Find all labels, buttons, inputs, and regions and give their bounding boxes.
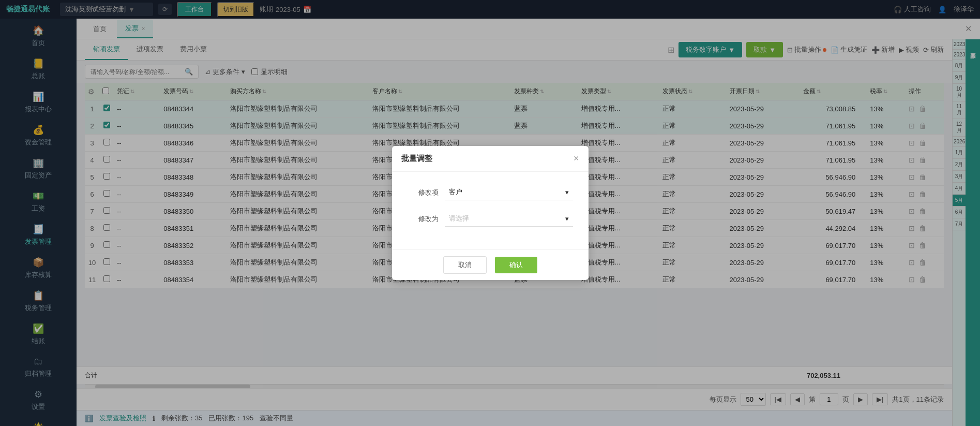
- modify-field-value: 客户: [449, 187, 462, 197]
- chevron-down-icon: ▾: [565, 188, 569, 196]
- modify-to-select[interactable]: 请选择 ▾: [445, 211, 573, 227]
- batch-adjust-modal: 批量调整 × 修改项 客户 ▾ 修改为 请选择 ▾ 取消 确认: [392, 146, 589, 280]
- modal-close-btn[interactable]: ×: [574, 153, 579, 164]
- modal-body: 修改项 客户 ▾ 修改为 请选择 ▾: [392, 172, 589, 249]
- modify-to-placeholder: 请选择: [449, 214, 469, 223]
- modal-cancel-btn[interactable]: 取消: [443, 256, 487, 274]
- modal-confirm-btn[interactable]: 确认: [495, 257, 537, 273]
- modal-title: 批量调整: [401, 154, 432, 164]
- modal-header: 批量调整 ×: [392, 146, 589, 172]
- modal-overlay[interactable]: 批量调整 × 修改项 客户 ▾ 修改为 请选择 ▾ 取消 确认: [0, 0, 980, 426]
- modify-field-label: 修改项: [408, 188, 439, 197]
- modify-to-label: 修改为: [408, 214, 439, 224]
- modify-field-select[interactable]: 客户 ▾: [445, 184, 573, 200]
- chevron-down-icon: ▾: [565, 215, 569, 223]
- modify-to-row: 修改为 请选择 ▾: [408, 211, 573, 227]
- modify-field-row: 修改项 客户 ▾: [408, 184, 573, 200]
- modal-footer: 取消 确认: [392, 249, 589, 280]
